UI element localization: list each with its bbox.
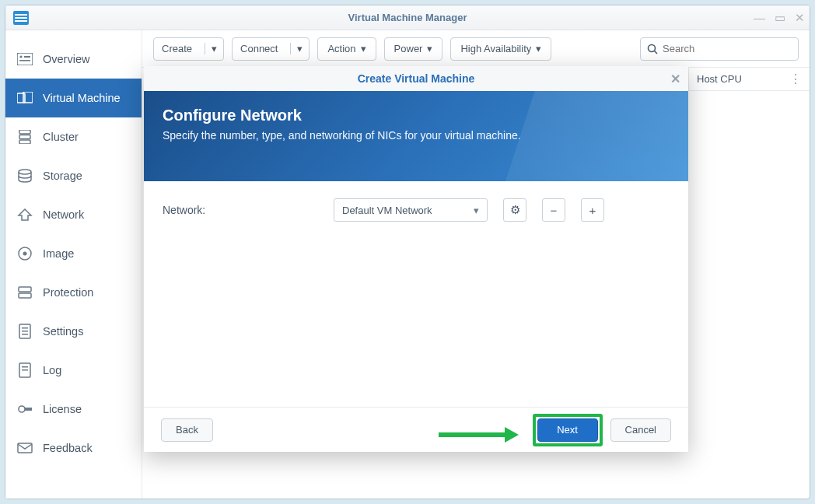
svg-rect-26 [25, 408, 32, 411]
log-icon [16, 362, 33, 379]
license-icon [16, 401, 33, 418]
chevron-down-icon: ▾ [427, 43, 432, 54]
sidebar-label: Feedback [43, 442, 93, 454]
svg-rect-24 [22, 369, 28, 371]
sidebar-label: Log [43, 364, 61, 376]
sidebar-label: Network [43, 208, 84, 221]
search-input[interactable] [663, 43, 793, 54]
svg-point-25 [19, 406, 25, 412]
sidebar-item-feedback[interactable]: Feedback [5, 429, 142, 467]
svg-rect-23 [22, 366, 28, 368]
network-icon [16, 206, 33, 223]
sidebar-label: License [43, 403, 82, 415]
create-vm-modal: Create Virtual Machine ✕ Configure Netwo… [144, 66, 688, 452]
svg-marker-31 [505, 427, 519, 443]
modal-header: Create Virtual Machine ✕ [144, 66, 688, 91]
modal-banner: Configure Network Specify the number, ty… [144, 91, 688, 181]
svg-point-28 [649, 44, 656, 51]
svg-point-5 [19, 55, 22, 58]
remove-button[interactable]: − [542, 198, 565, 222]
sidebar-item-network[interactable]: Network [5, 195, 142, 234]
svg-rect-16 [19, 287, 31, 292]
network-row: Network: Default VM Network ▾ ⚙ − + [163, 198, 670, 222]
minimize-button[interactable]: — [754, 11, 765, 25]
network-select[interactable]: Default VM Network ▾ [334, 198, 488, 222]
svg-rect-4 [17, 53, 33, 65]
app-window: Virtual Machine Manager — ▭ ✕ Overview V… [5, 5, 810, 499]
overview-icon [16, 51, 33, 68]
image-icon [16, 245, 33, 262]
svg-point-13 [19, 170, 31, 174]
sidebar-label: Virtual Machine [43, 92, 121, 104]
annotation-arrow-icon [435, 425, 520, 444]
search-box[interactable] [640, 37, 799, 61]
gear-icon: ⚙ [510, 203, 520, 217]
svg-rect-10 [19, 130, 30, 134]
vm-icon [16, 89, 33, 107]
modal-title: Create Virtual Machine [358, 72, 475, 85]
modal-heading: Configure Network [163, 107, 670, 124]
sidebar-item-settings[interactable]: Settings [5, 312, 142, 351]
power-button[interactable]: Power▾ [384, 37, 443, 61]
app-icon [13, 11, 29, 25]
sidebar-item-virtual-machine[interactable]: Virtual Machine [5, 79, 142, 117]
settings-icon [16, 323, 33, 340]
toolbar: Create▾ Connect▾ Action▾ Power▾ High Ava… [142, 30, 810, 68]
svg-rect-27 [18, 443, 32, 453]
connect-button[interactable]: Connect▾ [232, 37, 310, 61]
sidebar-item-license[interactable]: License [5, 390, 142, 429]
titlebar: Virtual Machine Manager — ▭ ✕ [5, 5, 810, 30]
close-icon[interactable]: ✕ [670, 72, 680, 86]
back-button[interactable]: Back [161, 418, 213, 442]
minus-icon: − [551, 204, 558, 217]
close-window-button[interactable]: ✕ [795, 11, 805, 25]
sidebar-label: Image [43, 247, 74, 260]
svg-rect-1 [15, 14, 27, 16]
modal-footer: Back Next Cancel [144, 407, 688, 452]
svg-rect-3 [15, 20, 27, 22]
svg-rect-17 [19, 293, 31, 298]
high-availability-button[interactable]: High Availability▾ [450, 37, 551, 61]
action-button[interactable]: Action▾ [317, 37, 376, 61]
sidebar-item-log[interactable]: Log [5, 351, 142, 390]
network-label: Network: [163, 204, 318, 216]
next-button[interactable]: Next [537, 418, 598, 442]
next-highlight: Next [533, 414, 603, 446]
cluster-icon [16, 128, 33, 145]
chevron-down-icon: ▾ [205, 43, 223, 54]
sidebar-item-storage[interactable]: Storage [5, 156, 142, 195]
network-value: Default VM Network [342, 205, 432, 216]
add-button[interactable]: + [581, 198, 604, 222]
search-icon [647, 44, 658, 54]
cancel-button[interactable]: Cancel [610, 418, 671, 442]
sidebar-label: Settings [43, 325, 83, 338]
svg-rect-12 [19, 140, 30, 144]
sidebar-item-protection[interactable]: Protection [5, 273, 142, 312]
column-header-host-cpu[interactable]: Host CPU ⋮ [688, 68, 810, 91]
svg-rect-19 [22, 327, 28, 329]
sidebar-label: Cluster [43, 131, 79, 143]
settings-button[interactable]: ⚙ [503, 198, 526, 222]
modal-body: Network: Default VM Network ▾ ⚙ − + [144, 181, 688, 407]
storage-icon [16, 167, 33, 184]
sidebar-item-image[interactable]: Image [5, 234, 142, 273]
column-menu-icon[interactable]: ⋮ [789, 72, 802, 86]
window-title: Virtual Machine Manager [5, 12, 810, 23]
protection-icon [16, 284, 33, 301]
chevron-down-icon: ▾ [536, 43, 541, 54]
svg-rect-21 [22, 334, 28, 335]
maximize-button[interactable]: ▭ [775, 11, 785, 25]
sidebar-item-overview[interactable]: Overview [5, 40, 142, 79]
sidebar-item-cluster[interactable]: Cluster [5, 117, 142, 156]
svg-rect-20 [22, 331, 28, 332]
chevron-down-icon: ▾ [361, 43, 366, 54]
chevron-down-icon: ▾ [290, 43, 309, 54]
svg-line-29 [655, 51, 658, 54]
plus-icon: + [589, 204, 596, 217]
sidebar: Overview Virtual Machine Cluster Storage… [5, 30, 142, 499]
sidebar-label: Protection [43, 286, 93, 299]
feedback-icon [16, 439, 33, 457]
create-button[interactable]: Create▾ [153, 37, 224, 61]
chevron-down-icon: ▾ [474, 205, 479, 216]
modal-subheading: Specify the number, type, and networking… [163, 129, 670, 142]
